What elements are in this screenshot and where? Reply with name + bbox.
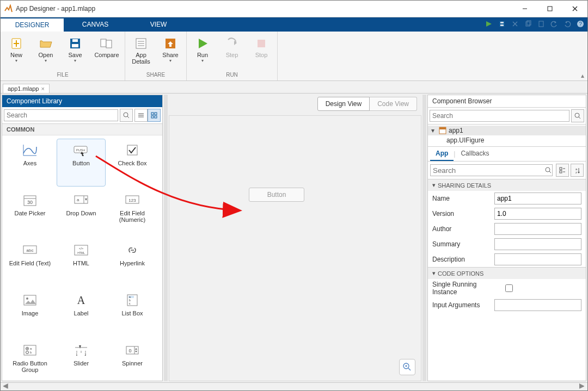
scroll-left-icon[interactable]: ⯇ — [3, 383, 9, 390]
close-button[interactable] — [562, 1, 587, 17]
tree-root-label: app1 — [449, 127, 463, 134]
paste-quick-icon[interactable] — [537, 20, 545, 29]
prop-author-input[interactable] — [494, 223, 581, 235]
section-sharing-details[interactable]: ▾SHARING DETAILS — [428, 179, 586, 191]
svg-text:HTML: HTML — [77, 251, 85, 255]
canvas[interactable]: Button — [169, 115, 421, 381]
save-quick-icon[interactable] — [498, 20, 506, 29]
component-image[interactable]: Image — [5, 289, 54, 337]
svg-line-92 — [549, 171, 551, 173]
left-splitter[interactable] — [164, 95, 168, 381]
component-html[interactable]: </>HTMLHTML — [57, 239, 106, 287]
ribbon-toolbar: New▾ Open▾ Save▾ Compare FILE — [1, 32, 587, 81]
component-search-input[interactable] — [4, 109, 118, 121]
ribbon-group-file: FILE — [1, 72, 125, 80]
document-tab-bar: app1.mlapp × — [1, 81, 587, 94]
alphabetical-view-icon[interactable]: az — [571, 164, 584, 177]
svg-text:a: a — [77, 197, 79, 202]
component-radiobuttongroup[interactable]: abRadio Button Group — [5, 339, 54, 381]
prop-version-input[interactable] — [494, 208, 581, 220]
svg-text:2: 2 — [85, 353, 87, 356]
svg-rect-22 — [106, 40, 112, 48]
property-search-input[interactable] — [430, 164, 553, 176]
list-view-button[interactable] — [134, 109, 148, 122]
component-dropdown[interactable]: aDrop Down — [57, 189, 106, 237]
grid-view-button[interactable] — [148, 109, 161, 122]
document-tab-app1[interactable]: app1.mlapp × — [3, 84, 50, 93]
component-slider[interactable]: 12Slider — [57, 339, 106, 381]
property-search-icon[interactable] — [542, 164, 554, 176]
minimize-button[interactable] — [512, 1, 537, 17]
share-button[interactable]: Share▾ — [156, 34, 185, 66]
expand-icon[interactable]: ▾ — [431, 127, 437, 134]
tab-view[interactable]: VIEW — [127, 17, 190, 32]
new-button[interactable]: New▾ — [2, 34, 31, 66]
maximize-button[interactable] — [537, 1, 562, 17]
ribbon-group-share: SHARE — [125, 72, 186, 80]
prop-description-input[interactable] — [494, 253, 581, 265]
code-view-button[interactable]: Code View — [370, 97, 417, 111]
tree-node-app1[interactable]: ▾ app1 — [428, 126, 586, 135]
svg-rect-8 — [526, 22, 530, 26]
svg-text:0: 0 — [128, 348, 131, 353]
save-button[interactable]: Save▾ — [60, 34, 90, 66]
cut-quick-icon[interactable] — [511, 20, 519, 29]
svg-marker-28 — [199, 39, 207, 48]
app-icon — [439, 127, 446, 134]
minimize-ribbon-icon[interactable]: ▴ — [581, 72, 584, 79]
tree-node-uifigure[interactable]: app.UIFigure — [428, 135, 586, 145]
prop-version-label: Version — [432, 210, 494, 218]
prop-inputargs-input[interactable] — [494, 299, 581, 311]
svg-point-67 — [27, 348, 28, 349]
open-button[interactable]: Open▾ — [31, 34, 60, 66]
categorized-view-icon[interactable] — [556, 164, 569, 177]
component-button[interactable]: PUSHButton — [57, 139, 106, 187]
redo-quick-icon[interactable] — [564, 20, 571, 29]
svg-text:PUSH: PUSH — [76, 148, 85, 152]
scroll-right-icon[interactable]: ⯈ — [579, 383, 585, 390]
undo-quick-icon[interactable] — [550, 20, 558, 29]
app-details-button[interactable]: App Details — [126, 34, 156, 67]
component-datepicker[interactable]: 30Date Picker — [5, 189, 54, 237]
help-quick-icon[interactable]: ? — [577, 20, 584, 29]
run-button[interactable]: Run▾ — [188, 34, 217, 66]
main-tabstrip: DESIGNER CANVAS VIEW ? — [1, 17, 587, 32]
browser-search-input[interactable] — [430, 110, 569, 122]
component-hyperlink[interactable]: Hyperlink — [108, 239, 157, 287]
component-label[interactable]: ALabel — [57, 289, 106, 337]
run-quick-icon[interactable] — [485, 20, 493, 29]
search-icon[interactable] — [120, 109, 133, 122]
svg-rect-39 — [155, 116, 157, 118]
prop-sri-checkbox[interactable] — [505, 284, 513, 292]
prop-name-label: Name — [432, 195, 494, 202]
svg-rect-36 — [151, 113, 154, 115]
component-checkbox[interactable]: Check Box — [108, 139, 157, 187]
component-editfield-numeric[interactable]: 123Edit Field (Numeric) — [108, 189, 157, 237]
svg-rect-6 — [500, 24, 504, 26]
zoom-button[interactable] — [399, 359, 415, 375]
svg-rect-10 — [539, 21, 543, 27]
design-view-button[interactable]: Design View — [317, 97, 370, 111]
step-button[interactable]: Step — [217, 34, 247, 61]
component-listbox[interactable]: abcList Box — [108, 289, 157, 337]
canvas-button-component[interactable]: Button — [249, 188, 304, 202]
svg-rect-21 — [101, 39, 106, 47]
component-axes[interactable]: Axes — [5, 139, 54, 187]
tree-child-label: app.UIFigure — [446, 136, 484, 144]
prop-tab-callbacks[interactable]: Callbacks — [455, 147, 494, 161]
section-code-options[interactable]: ▾CODE OPTIONS — [428, 268, 586, 279]
right-splitter[interactable] — [422, 95, 426, 381]
prop-name-input[interactable] — [494, 193, 581, 204]
compare-button[interactable]: Compare — [90, 34, 124, 61]
component-editfield-text[interactable]: abcEdit Field (Text) — [5, 239, 54, 287]
component-spinner[interactable]: 0Spinner — [108, 339, 157, 381]
tab-canvas[interactable]: CANVAS — [64, 17, 127, 32]
copy-quick-icon[interactable] — [524, 20, 532, 29]
prop-summary-input[interactable] — [494, 238, 581, 250]
svg-rect-42 — [127, 145, 137, 155]
stop-button[interactable]: Stop — [247, 34, 276, 61]
tab-designer[interactable]: DESIGNER — [1, 17, 64, 32]
browser-search-icon[interactable] — [571, 109, 584, 122]
close-doc-icon[interactable]: × — [41, 85, 45, 92]
prop-tab-app[interactable]: App — [430, 147, 454, 161]
